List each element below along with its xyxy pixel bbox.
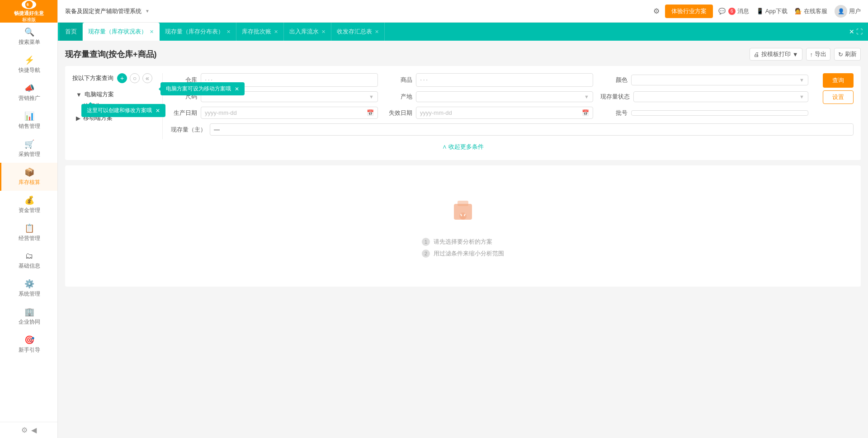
sidebar-item-search[interactable]: 🔍 搜索菜单 <box>0 23 57 51</box>
tab-inout-flow-label: 出入库流水 <box>289 28 319 36</box>
batch-input[interactable] <box>631 110 808 116</box>
app-download-label: App下载 <box>765 7 788 15</box>
collapse-label: 收起更多条件 <box>448 143 484 150</box>
sidebar-item-purchase[interactable]: 🛒 采购管理 <box>0 135 57 163</box>
tab-close-all-btn[interactable]: ✕ <box>849 28 854 35</box>
trial-button[interactable]: 体验行业方案 <box>665 5 713 18</box>
exp-date-cal-icon[interactable]: 📅 <box>582 109 589 116</box>
filter-header: 按以下方案查询 + ○ « <box>72 73 159 83</box>
prod-date-cal-icon[interactable]: 📅 <box>367 109 374 116</box>
refresh-btn[interactable]: ↻ 刷新 <box>834 48 861 61</box>
print-template-btn[interactable]: 🖨 按模板打印 ▼ <box>750 48 802 61</box>
filter-controls: + ○ « <box>117 73 152 83</box>
search-button[interactable]: 查询 <box>823 73 854 88</box>
prod-date-start[interactable]: yyyy-mm-dd 📅 <box>201 107 378 119</box>
sidebar-bottom: ⚙ ◀ <box>0 422 57 438</box>
message-badge: 6 <box>728 8 736 15</box>
tab-inventory-dist-close[interactable]: ✕ <box>226 29 231 35</box>
tab-inventory-status-label: 现存量（库存状况表） <box>88 28 147 36</box>
tab-inout-flow[interactable]: 出入库流水 ✕ <box>284 23 331 41</box>
sidebar-item-sales[interactable]: 📊 销售管理 <box>0 107 57 135</box>
filter-field-inv-status: 现存量状态 ▼ <box>600 91 808 102</box>
filter-row-4: 现存量（主） — <box>170 123 854 136</box>
empty-illustration <box>445 193 481 229</box>
sidebar-item-marketing[interactable]: 📣 营销推广 <box>0 79 57 107</box>
tab-recv-summary-close[interactable]: ✕ <box>375 29 379 35</box>
inv-amount-input[interactable]: — <box>210 123 854 136</box>
tab-batch-account-close[interactable]: ✕ <box>274 29 278 35</box>
svg-point-7 <box>461 217 465 219</box>
sidebar-item-guide[interactable]: 🎯 新手引导 <box>0 330 57 358</box>
tab-recv-summary-label: 收发存汇总表 <box>337 28 372 36</box>
filter-label: 按以下方案查询 <box>72 74 113 82</box>
sidebar-item-system[interactable]: ⚙️ 系统管理 <box>0 274 57 302</box>
sidebar-item-label-system: 系统管理 <box>19 290 40 298</box>
tab-recv-summary[interactable]: 收发存汇总表 ✕ <box>331 23 385 41</box>
sidebar-item-quicknav[interactable]: ⚡ 快捷导航 <box>0 51 57 79</box>
tooltip-create-close[interactable]: ✕ <box>156 108 160 114</box>
sidebar-item-finance[interactable]: 💰 资金管理 <box>0 191 57 219</box>
goods-label: 商品 <box>385 76 412 84</box>
edit-scheme-btn[interactable]: ○ <box>130 73 140 83</box>
tab-inventory-status[interactable]: 现存量（库存状况表） ✕ <box>83 23 160 41</box>
settings-bottom-btn[interactable]: ⚙ <box>21 426 28 434</box>
export-icon: ↑ <box>810 51 813 58</box>
collapse-icon: ∧ <box>442 143 447 150</box>
tab-inventory-dist-label: 现存量（库存分布表） <box>165 28 224 36</box>
sidebar-item-label-finance: 资金管理 <box>19 207 40 214</box>
system-title-area: 装备及固定资产辅助管理系统 ▼ <box>65 7 648 15</box>
sidebar-item-basic[interactable]: 🗂 基础信息 <box>0 247 57 274</box>
step-2-text: 用过滤条件来缩小分析范围 <box>434 248 504 259</box>
filter-field-origin: 产地 ▼ <box>385 91 593 102</box>
export-btn[interactable]: ↑ 导出 <box>806 48 831 61</box>
reset-button[interactable]: 设置 <box>823 90 854 104</box>
finance-icon: 💰 <box>24 195 34 205</box>
sidebar: 6 畅捷通好生意 标准版 🔍 搜索菜单 ⚡ 快捷导航 📣 营销推广 📊 销售管理… <box>0 0 58 438</box>
sidebar-item-operation[interactable]: 📋 经营管理 <box>0 219 57 247</box>
gear-button[interactable]: ⚙ <box>653 7 660 15</box>
dot-indicator <box>162 90 166 95</box>
step-2-num: 2 <box>422 250 430 258</box>
filter-row-3: 生产日期 yyyy-mm-dd 📅 失效日期 yyyy-mm-dd 📅 <box>170 107 808 119</box>
sidebar-item-enterprise[interactable]: 🏢 企业协同 <box>0 302 57 330</box>
sidebar-item-label-operation: 经营管理 <box>19 235 40 242</box>
tab-fullscreen-btn[interactable]: ⛶ <box>856 28 863 35</box>
tooltip-create: 这里可以创建和修改方案哦 ✕ <box>81 104 165 117</box>
tab-home[interactable]: 首页 <box>60 23 83 41</box>
exp-date-start[interactable]: yyyy-mm-dd 📅 <box>416 107 593 119</box>
tab-inout-flow-close[interactable]: ✕ <box>321 29 326 35</box>
avatar-icon: 👤 <box>838 8 844 14</box>
inv-amount-label: 现存量（主） <box>170 126 206 134</box>
tooltip-pc-close[interactable]: ✕ <box>235 86 239 92</box>
pc-scheme-label: 电脑端方案 <box>85 90 114 99</box>
sidebar-item-label-search: 搜索菜单 <box>19 38 40 46</box>
filter-row-2: 尺码 ▼ 产地 ▼ <box>170 91 808 102</box>
system-dropdown-arrow[interactable]: ▼ <box>145 9 150 14</box>
add-scheme-btn[interactable]: + <box>117 73 127 83</box>
app-download-action[interactable]: 📱 App下载 <box>756 7 788 15</box>
origin-input[interactable]: ▼ <box>416 91 593 102</box>
collapse-sidebar-btn[interactable]: ◀ <box>31 426 37 434</box>
sidebar-item-inventory[interactable]: 📦 库存核算 <box>0 163 57 191</box>
tab-inventory-status-close[interactable]: ✕ <box>150 29 154 35</box>
back-scheme-btn[interactable]: « <box>142 73 152 83</box>
size-dropdown: ▼ <box>369 94 374 99</box>
message-icon: 💬 <box>718 8 726 14</box>
pc-scheme-header[interactable]: ▼ 电脑端方案 <box>72 89 159 100</box>
batch-label: 批号 <box>600 109 627 117</box>
message-action[interactable]: 💬 6 消息 <box>718 7 749 15</box>
collapse-btn[interactable]: ∧ 收起更多条件 <box>72 139 854 153</box>
inv-status-label: 现存量状态 <box>600 93 630 101</box>
user-action[interactable]: 👤 用户 <box>835 5 861 18</box>
goods-input[interactable]: ··· <box>416 73 593 87</box>
tooltip-create-text: 这里可以创建和修改方案哦 <box>87 107 152 114</box>
color-input[interactable]: ▼ <box>631 75 808 85</box>
empty-step-2: 2 用过滤条件来缩小分析范围 <box>422 248 504 259</box>
filter-field-prod-date: 生产日期 yyyy-mm-dd 📅 <box>170 107 378 119</box>
scheme-sidebar: 按以下方案查询 + ○ « ▼ 电脑端方案 <box>72 73 163 139</box>
tab-batch-account[interactable]: 库存批次账 ✕ <box>236 23 284 41</box>
inv-status-input[interactable]: ▼ <box>633 91 808 102</box>
tab-inventory-dist[interactable]: 现存量（库存分布表） ✕ <box>160 23 236 41</box>
operation-icon: 📋 <box>24 223 34 233</box>
online-support-action[interactable]: 💁 在线客服 <box>795 7 827 15</box>
